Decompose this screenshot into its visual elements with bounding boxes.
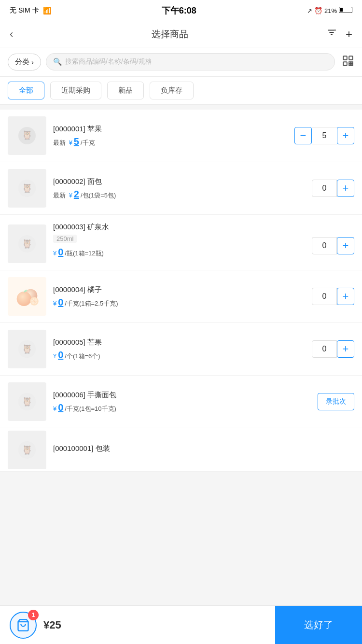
tab-all[interactable]: 全部 [8, 82, 44, 99]
qty-minus-button-0000001[interactable]: − [294, 127, 312, 144]
product-info-0000002: [0000002] 面包 最新 ¥ 2 /包(1袋=5包) [53, 177, 307, 200]
tab-new[interactable]: 新品 [107, 82, 144, 99]
product-item-0000006: 🦉 [0000006] 手撕面包 ¥ 0 /千克(1包=10千克) 录批次 [0, 376, 362, 428]
price-currency: ¥ [69, 192, 72, 199]
confirm-button[interactable]: 选好了 [275, 606, 362, 644]
add-button[interactable]: + [346, 28, 352, 41]
status-bar-time: 下午6:08 [162, 5, 196, 16]
price-label: 最新 [53, 139, 68, 147]
product-list: 🦉 [0000001] 苹果 最新 ¥ 5 /千克 − + 🦉 [0, 110, 362, 472]
qty-plus-button-0000001[interactable]: + [337, 127, 354, 144]
section-divider [0, 105, 362, 110]
price-num: 0 [58, 247, 63, 258]
price-num: 0 [58, 402, 63, 413]
product-image-000100001: 🦉 [8, 431, 46, 469]
product-item-0000005: 🦉 [0000005] 芒果 ¥ 0 /个(1箱=6个) + [0, 323, 362, 376]
price-currency: ¥ [53, 405, 56, 412]
price-unit: /包(1袋=5包) [81, 191, 116, 200]
svg-rect-7 [349, 62, 350, 63]
price-label: 最新 [53, 191, 68, 200]
search-box[interactable]: 🔍 搜索商品编码/名称/条码/规格 [46, 53, 335, 70]
category-button[interactable]: 分类 › [8, 54, 41, 70]
product-item-0000002: 🦉 [0000002] 面包 最新 ¥ 2 /包(1袋=5包) + [0, 162, 362, 215]
product-name-0000003: [0000003] 矿泉水 [53, 223, 307, 232]
tab-recent[interactable]: 近期采购 [50, 82, 101, 99]
category-label: 分类 [15, 57, 29, 67]
nav-right: + [326, 28, 352, 41]
price-num: 2 [74, 189, 79, 200]
nav-left: ‹ [10, 28, 13, 41]
tab-negative-stock[interactable]: 负库存 [150, 82, 194, 99]
product-price-0000003: ¥ 0 /瓶(1箱=12瓶) [53, 247, 307, 258]
qty-input-0000001[interactable] [312, 127, 337, 144]
svg-rect-10 [351, 64, 353, 65]
status-bar-left: 无 SIM 卡 📶 [10, 6, 51, 15]
product-image-0000003: 🦉 [8, 224, 46, 263]
qty-plus-button-0000002[interactable]: + [337, 180, 354, 197]
qty-control-0000002: + [312, 180, 354, 197]
cart-button-wrap: 1 [10, 612, 37, 639]
cart-total: ¥25 [43, 619, 61, 631]
cart-badge: 1 [28, 610, 39, 620]
product-name-0000004: [0000004] 橘子 [53, 285, 307, 294]
qty-control-0000004: + [312, 288, 354, 305]
product-info-0000005: [0000005] 芒果 ¥ 0 /个(1箱=6个) [53, 338, 307, 361]
price-unit: /千克 [81, 139, 95, 147]
svg-text:🦉: 🦉 [22, 396, 33, 407]
search-placeholder: 搜索商品编码/名称/条码/规格 [65, 57, 152, 66]
carrier-text: 无 SIM 卡 [10, 6, 39, 15]
filter-icon[interactable] [326, 28, 337, 41]
product-price-0000001: 最新 ¥ 5 /千克 [53, 136, 290, 147]
svg-text:🦉: 🦉 [22, 344, 33, 354]
product-image-0000001: 🦉 [8, 116, 46, 155]
search-icon: 🔍 [53, 57, 62, 66]
location-icon: ↗ [307, 7, 312, 14]
price-currency: ¥ [53, 250, 56, 257]
qty-input-0000005[interactable] [312, 340, 337, 358]
svg-rect-5 [349, 56, 353, 60]
product-image-0000005: 🦉 [8, 330, 46, 368]
svg-point-20 [17, 292, 31, 306]
svg-rect-9 [349, 64, 350, 65]
qty-plus-button-0000005[interactable]: + [337, 340, 354, 358]
status-bar-right: ↗ ⏰ 21% [307, 7, 352, 14]
status-bar: 无 SIM 卡 📶 下午6:08 ↗ ⏰ 21% [0, 0, 362, 21]
product-info-0000004: [0000004] 橘子 ¥ 0 /千克(1箱=2.5千克) [53, 285, 307, 308]
product-spec-0000003: 250ml [53, 235, 77, 243]
qty-control-0000003: + [312, 237, 354, 254]
product-image-0000004 [8, 277, 46, 316]
product-name-0000001: [0000001] 苹果 [53, 125, 290, 134]
battery-text: 21% [324, 7, 337, 14]
product-item-0000001: 🦉 [0000001] 苹果 最新 ¥ 5 /千克 − + [0, 110, 362, 162]
record-batch-button-0000006[interactable]: 录批次 [318, 393, 354, 410]
category-chevron-icon: › [31, 58, 34, 66]
svg-text:🦉: 🦉 [22, 183, 33, 194]
qty-input-0000002[interactable] [312, 180, 337, 197]
product-price-0000005: ¥ 0 /个(1箱=6个) [53, 350, 307, 361]
price-num: 0 [58, 350, 63, 361]
wifi-icon: 📶 [43, 7, 51, 14]
qty-plus-button-0000004[interactable]: + [337, 288, 354, 305]
qty-input-0000003[interactable] [312, 237, 337, 254]
product-name-0000002: [0000002] 面包 [53, 177, 307, 186]
scan-icon[interactable] [342, 55, 354, 70]
qty-input-0000004[interactable] [312, 288, 337, 305]
search-section: 分类 › 🔍 搜索商品编码/名称/条码/规格 [0, 47, 362, 77]
svg-point-3 [334, 29, 336, 31]
price-currency: ¥ [69, 139, 72, 146]
product-price-0000004: ¥ 0 /千克(1箱=2.5千克) [53, 297, 307, 308]
svg-text:🦉: 🦉 [22, 130, 33, 140]
qty-control-0000005: + [312, 340, 354, 358]
svg-rect-8 [351, 62, 353, 63]
back-button[interactable]: ‹ [10, 28, 13, 41]
price-unit: /瓶(1箱=12瓶) [65, 249, 104, 258]
price-currency: ¥ [53, 352, 56, 360]
cart-area: 1 ¥25 [0, 612, 275, 639]
qty-plus-button-0000003[interactable]: + [337, 237, 354, 254]
nav-bar: ‹ 选择商品 + [0, 21, 362, 47]
product-info-0000003: [0000003] 矿泉水 250ml ¥ 0 /瓶(1箱=12瓶) [53, 223, 307, 258]
product-image-0000002: 🦉 [8, 169, 46, 208]
price-unit: /千克(1包=10千克) [65, 405, 116, 413]
product-item-000100001: 🦉 [000100001] 包装 [0, 428, 362, 472]
product-price-0000006: ¥ 0 /千克(1包=10千克) [53, 402, 313, 413]
